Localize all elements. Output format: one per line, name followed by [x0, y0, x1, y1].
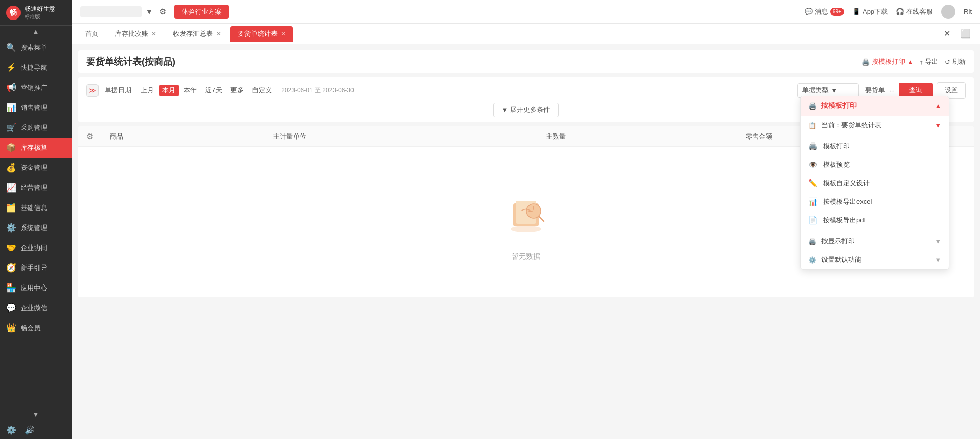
sidebar-item-operation[interactable]: 📈 经营管理 [0, 178, 72, 198]
volume-icon[interactable]: 🔊 [25, 425, 35, 435]
order-type-label: 要货单 [865, 86, 885, 95]
close-tab-order-stats[interactable]: ✕ [281, 30, 286, 37]
sidebar-item-quick-nav[interactable]: ⚡ 快捷导航 [0, 58, 72, 78]
sidebar-item-sales[interactable]: 📊 销售管理 [0, 98, 72, 118]
sidebar-item-inventory[interactable]: 📦 库存核算 [0, 138, 72, 158]
tab-order-stats[interactable]: 要货单统计表 ✕ [230, 26, 293, 42]
phone-icon: 📱 [852, 8, 860, 15]
sidebar-scroll-up[interactable]: ▲ [0, 26, 72, 37]
close-tab-inventory-batch[interactable]: ✕ [151, 30, 156, 37]
dropdown-item-template-print[interactable]: 🖨️ 模板打印 [801, 137, 949, 156]
export-icon: ↑ [920, 58, 924, 66]
marketing-icon: 📢 [6, 83, 16, 92]
chevron-up-icon: ▲ [907, 58, 914, 66]
dropdown-item-template-custom[interactable]: ✏️ 模板自定义设计 [801, 174, 949, 193]
dropdown-divider-1 [801, 136, 949, 136]
dropdown-item-default-func[interactable]: ⚙️ 设置默认功能 ▼ [801, 251, 949, 269]
online-service-btn[interactable]: 🎧 在线客服 [896, 7, 933, 16]
topbar-gear-btn[interactable]: ⚙ [157, 5, 168, 18]
sidebar-item-appstore[interactable]: 🏪 应用中心 [0, 278, 72, 298]
topbar-search-input[interactable] [80, 6, 142, 17]
promo-btn[interactable]: 体验行业方案 [174, 5, 229, 19]
chevron-down-icon: ▼ [831, 87, 837, 94]
template-print-dropdown: 🖨️ 按模板打印 ▲ 📋 当前：要货单统计表 ▼ 🖨️ 模板打印 [800, 96, 949, 270]
topbar-dropdown-btn[interactable]: ▼ [146, 8, 153, 16]
enterprise-icon: 🤝 [6, 243, 16, 253]
dropdown-item-template-preview[interactable]: 👁️ 模板预览 [801, 156, 949, 174]
current-year-btn[interactable]: 本年 [181, 85, 200, 96]
user-avatar[interactable] [941, 5, 955, 19]
refresh-btn[interactable]: ↺ 刷新 [945, 57, 966, 66]
window-controls: ✕ ⬜ [940, 28, 974, 40]
col-quantity: 主数量 [538, 126, 737, 147]
tab-receivables[interactable]: 收发存汇总表 ✕ [166, 26, 228, 42]
sidebar-item-system[interactable]: ⚙️ 系统管理 [0, 218, 72, 238]
table-settings-icon-btn[interactable]: ⚙ [86, 131, 93, 141]
template-print-btn[interactable]: 🖨️ 按模板打印 ▲ [861, 57, 914, 66]
date-buttons: 上月 本月 本年 近7天 更多 自定义 [138, 85, 275, 96]
sidebar-item-wechat[interactable]: 💬 企业微信 [0, 298, 72, 318]
expand-more-btn[interactable]: ▼ 展开更多条件 [493, 103, 559, 117]
dropdown-item-export-excel[interactable]: 📊 按模板导出excel [801, 193, 949, 211]
sidebar-item-enterprise[interactable]: 🤝 企业协同 [0, 238, 72, 258]
app-download-btn[interactable]: 📱 App下载 [852, 7, 888, 16]
col-product: 商品 [102, 126, 265, 147]
display-print-chevron-icon: ▼ [935, 238, 942, 245]
sidebar-item-purchase[interactable]: 🛒 采购管理 [0, 118, 72, 138]
basic-icon: 🗂️ [6, 203, 16, 213]
title-actions: 🖨️ 按模板打印 ▲ ↑ 导出 ↺ 刷新 [861, 57, 966, 66]
member-icon: 👑 [6, 323, 16, 333]
appstore-icon: 🏪 [6, 283, 16, 293]
sidebar-item-finance[interactable]: 💰 资金管理 [0, 158, 72, 178]
tab-inventory-batch[interactable]: 库存批次账 ✕ [108, 26, 164, 42]
sidebar-logo: 畅 畅通好生意 标准版 [0, 0, 72, 26]
dropdown-item-export-pdf[interactable]: 📄 按模板导出pdf [801, 211, 949, 230]
quick-nav-icon: ⚡ [6, 63, 16, 72]
filter-expand-btn[interactable]: ≫ [86, 84, 99, 97]
dropdown-divider-2 [801, 231, 949, 231]
tab-home[interactable]: 首页 [78, 26, 106, 42]
sidebar: 畅 畅通好生意 标准版 ▲ 🔍 搜索菜单 ⚡ 快捷导航 📢 营销推广 📊 销售管… [0, 0, 72, 439]
template-custom-icon: ✏️ [808, 179, 818, 188]
empty-illustration [500, 183, 552, 244]
close-tab-receivables[interactable]: ✕ [216, 30, 221, 37]
messages-btn[interactable]: 💬 消息 99+ [805, 7, 844, 16]
sidebar-item-marketing[interactable]: 📢 营销推广 [0, 78, 72, 98]
messages-badge: 99+ [830, 8, 844, 16]
default-func-icon: ⚙️ [808, 256, 816, 264]
date-filter-label: 单据日期 [105, 86, 131, 95]
current-month-btn[interactable]: 本月 [159, 85, 179, 96]
system-icon: ⚙️ [6, 223, 16, 233]
export-excel-icon: 📊 [808, 197, 818, 206]
settings-gear-icon[interactable]: ⚙️ [6, 425, 16, 435]
export-pdf-icon: 📄 [808, 216, 818, 225]
dropdown-item-display-print[interactable]: 🖨️ 按显示打印 ▼ [801, 232, 949, 251]
dropdown-current-template[interactable]: 📋 当前：要货单统计表 ▼ [801, 116, 949, 135]
custom-date-btn[interactable]: 自定义 [249, 85, 275, 96]
sidebar-nav: 🔍 搜索菜单 ⚡ 快捷导航 📢 营销推广 📊 销售管理 🛒 采购管理 📦 库存核… [0, 37, 72, 409]
more-date-btn[interactable]: 更多 [227, 85, 247, 96]
template-print-icon: 🖨️ [808, 142, 818, 151]
sidebar-item-search[interactable]: 🔍 搜索菜单 [0, 37, 72, 58]
template-preview-icon: 👁️ [808, 160, 818, 169]
expand-arrow-icon: ▼ [502, 106, 508, 114]
close-window-btn[interactable]: ✕ [940, 28, 953, 40]
maximize-window-btn[interactable]: ⬜ [957, 28, 974, 40]
sidebar-item-basic[interactable]: 🗂️ 基础信息 [0, 198, 72, 218]
dropdown-header-right: ▲ [935, 102, 942, 109]
last-7-days-btn[interactable]: 近7天 [202, 85, 225, 96]
display-print-icon: 🖨️ [808, 238, 816, 245]
current-template-icon: 📋 [808, 122, 816, 129]
purchase-icon: 🛒 [6, 123, 16, 132]
sidebar-item-guide[interactable]: 🧭 新手引导 [0, 258, 72, 278]
export-btn[interactable]: ↑ 导出 [920, 57, 939, 66]
headset-icon: 🎧 [896, 8, 904, 15]
sidebar-scroll-down[interactable]: ▼ [0, 409, 72, 421]
sidebar-bottom: ⚙️ 🔊 [0, 421, 72, 439]
more-options-icon[interactable]: ··· [889, 87, 895, 94]
refresh-icon: ↺ [945, 58, 950, 66]
prev-month-btn[interactable]: 上月 [138, 85, 157, 96]
app-logo-icon: 畅 [6, 6, 21, 20]
sidebar-item-member[interactable]: 👑 畅会员 [0, 318, 72, 338]
dropdown-close-chevron[interactable]: ▲ [935, 102, 942, 109]
